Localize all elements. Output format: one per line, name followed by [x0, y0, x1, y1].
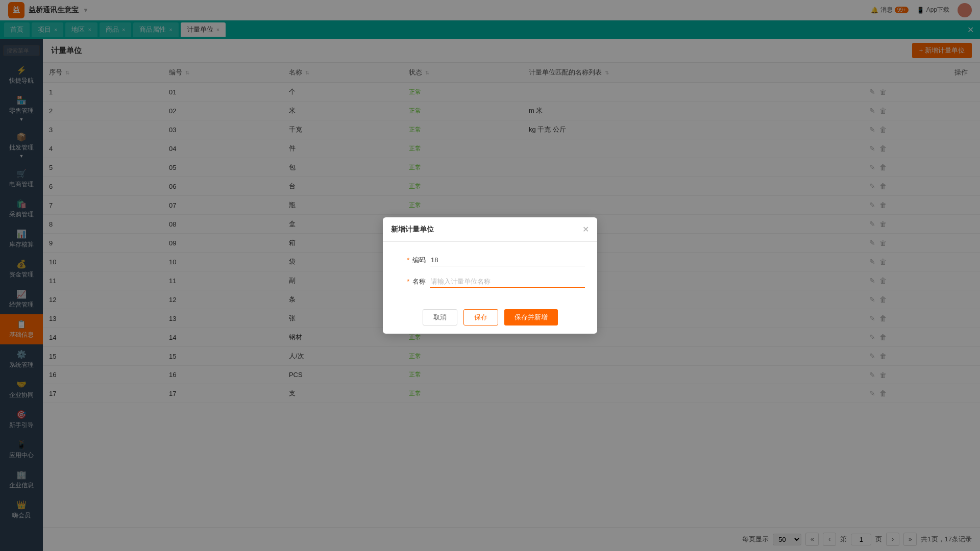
name-label-text: 名称	[412, 278, 426, 285]
code-label-text: 编码	[412, 256, 426, 264]
code-form-row: * 编码	[395, 254, 585, 266]
name-required-mark: *	[407, 278, 409, 285]
code-required-mark: *	[407, 256, 409, 264]
code-input[interactable]	[430, 254, 585, 266]
name-input[interactable]	[430, 276, 585, 288]
add-unit-modal: 新增计量单位 ✕ * 编码 * 名称 取消 保存 保存并新增	[383, 217, 597, 334]
modal-body: * 编码 * 名称	[383, 242, 597, 303]
save-button[interactable]: 保存	[463, 309, 498, 325]
modal-overlay: 新增计量单位 ✕ * 编码 * 名称 取消 保存 保存并新增	[0, 0, 980, 551]
modal-footer: 取消 保存 保存并新增	[383, 303, 597, 334]
code-label: * 编码	[395, 256, 426, 265]
modal-close-button[interactable]: ✕	[582, 224, 589, 234]
save-and-new-button[interactable]: 保存并新增	[504, 309, 558, 325]
name-label: * 名称	[395, 277, 426, 286]
modal-header: 新增计量单位 ✕	[383, 217, 597, 242]
name-form-row: * 名称	[395, 276, 585, 288]
cancel-button[interactable]: 取消	[423, 309, 457, 325]
modal-title: 新增计量单位	[391, 225, 434, 234]
